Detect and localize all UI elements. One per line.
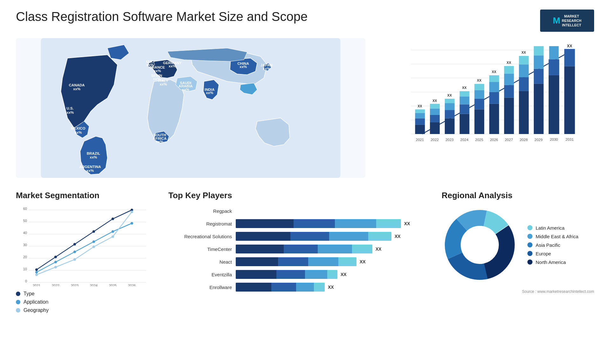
player-bar-neact: XX <box>236 258 429 266</box>
svg-text:2022: 2022 <box>52 284 59 286</box>
svg-rect-92 <box>534 55 544 69</box>
svg-point-130 <box>35 271 38 273</box>
svg-text:xx%: xx% <box>160 82 167 86</box>
svg-rect-45 <box>415 109 425 113</box>
svg-rect-96 <box>549 75 559 134</box>
player-row-registromat: Registromat XX <box>168 219 429 228</box>
svg-text:2021: 2021 <box>416 138 424 142</box>
svg-text:2024: 2024 <box>460 138 469 142</box>
svg-text:XX: XX <box>417 104 422 108</box>
player-bar-eventzilla: XX <box>236 270 429 279</box>
svg-text:2031: 2031 <box>566 138 573 141</box>
player-bar-registromat: XX <box>236 219 429 228</box>
svg-text:xx%: xx% <box>73 87 80 91</box>
svg-rect-78 <box>504 98 514 134</box>
player-val-timecenter: XX <box>376 246 382 252</box>
svg-rect-100 <box>564 66 575 134</box>
svg-rect-50 <box>430 109 440 115</box>
svg-text:2023: 2023 <box>71 284 78 286</box>
svg-rect-49 <box>430 115 440 122</box>
svg-rect-75 <box>489 75 499 82</box>
svg-rect-61 <box>460 104 470 114</box>
svg-rect-68 <box>474 90 484 99</box>
svg-text:2026: 2026 <box>128 284 136 286</box>
player-val-neact: XX <box>360 259 366 264</box>
svg-text:xx%: xx% <box>169 64 176 68</box>
player-name-recreational: Recreational Solutions <box>168 234 232 239</box>
svg-point-139 <box>92 246 95 248</box>
geography-dot <box>16 308 20 313</box>
svg-rect-79 <box>504 85 514 98</box>
svg-text:XX: XX <box>462 86 467 90</box>
svg-rect-81 <box>504 66 514 74</box>
svg-text:xx%: xx% <box>182 88 189 91</box>
svg-rect-51 <box>430 104 440 109</box>
svg-point-127 <box>92 230 95 233</box>
svg-rect-63 <box>460 91 470 97</box>
svg-point-126 <box>73 243 76 246</box>
header: Class Registration Software Market Size … <box>16 10 594 32</box>
type-dot <box>16 292 20 296</box>
geography-label: Geography <box>24 307 49 313</box>
svg-point-140 <box>112 235 114 238</box>
growth-chart-container: XX 2021 XX 2022 XX 2023 <box>378 38 594 178</box>
svg-text:2025: 2025 <box>109 284 117 286</box>
svg-text:xx%: xx% <box>240 65 247 69</box>
svg-text:2028: 2028 <box>520 138 528 142</box>
svg-point-133 <box>92 240 95 243</box>
svg-text:ARGENTINA: ARGENTINA <box>79 165 101 169</box>
svg-rect-74 <box>489 82 499 92</box>
player-row-regpack: Regpack <box>168 207 429 215</box>
svg-text:0: 0 <box>25 279 27 283</box>
svg-text:40: 40 <box>23 231 27 235</box>
svg-text:XX: XX <box>492 70 496 74</box>
players-list: Regpack Registromat XX <box>168 207 429 291</box>
svg-text:XX: XX <box>447 93 452 97</box>
player-name-eventzilla: Eventzilla <box>168 272 232 277</box>
svg-rect-56 <box>445 103 455 110</box>
svg-point-134 <box>112 230 114 233</box>
svg-rect-66 <box>474 109 484 134</box>
svg-text:2021: 2021 <box>33 284 40 286</box>
svg-text:10: 10 <box>23 267 27 271</box>
segmentation-section: Market Segmentation 0 10 20 30 40 50 60 <box>16 191 156 313</box>
svg-point-124 <box>35 268 38 271</box>
regional-section: Regional Analysis <box>442 191 594 294</box>
page-title: Class Registration Software Market Size … <box>16 10 540 24</box>
svg-rect-44 <box>415 113 425 118</box>
seg-legend-geography: Geography <box>16 307 156 313</box>
top-players-section: Top Key Players Regpack Registromat <box>168 191 429 291</box>
svg-rect-98 <box>549 46 559 59</box>
application-dot <box>16 300 20 304</box>
svg-rect-90 <box>534 84 544 134</box>
europe-label: Europe <box>536 251 551 256</box>
svg-text:2030: 2030 <box>550 138 558 141</box>
regional-title: Regional Analysis <box>442 191 594 200</box>
svg-rect-48 <box>430 122 440 134</box>
svg-point-138 <box>73 258 76 261</box>
player-bar-timecenter: XX <box>236 245 429 253</box>
svg-text:xx%: xx% <box>66 111 74 114</box>
top-section: CANADA xx% U.S. xx% MEXICO xx% BRAZIL xx… <box>16 38 594 178</box>
map-svg: CANADA xx% U.S. xx% MEXICO xx% BRAZIL xx… <box>16 38 365 178</box>
svg-rect-69 <box>474 84 484 90</box>
svg-rect-55 <box>445 110 455 118</box>
svg-text:MEXICO: MEXICO <box>71 126 85 130</box>
player-val-eventzilla: XX <box>341 272 347 277</box>
player-name-regpack: Regpack <box>168 208 232 214</box>
apac-dot <box>527 242 532 247</box>
seg-legend: Type Application Geography <box>16 291 156 313</box>
svg-rect-67 <box>474 99 484 109</box>
application-label: Application <box>24 299 48 305</box>
mea-dot <box>527 234 532 239</box>
svg-rect-85 <box>519 77 529 91</box>
svg-text:50: 50 <box>23 219 27 223</box>
svg-point-132 <box>73 251 76 253</box>
svg-rect-72 <box>489 104 499 134</box>
world-map: CANADA xx% U.S. xx% MEXICO xx% BRAZIL xx… <box>16 38 365 178</box>
logo-text-line1: MARKET <box>562 14 581 18</box>
player-row-enrollware: Enrollware XX <box>168 283 429 291</box>
northam-dot <box>527 260 532 265</box>
player-bar-regpack <box>236 207 429 215</box>
svg-point-131 <box>54 261 57 263</box>
